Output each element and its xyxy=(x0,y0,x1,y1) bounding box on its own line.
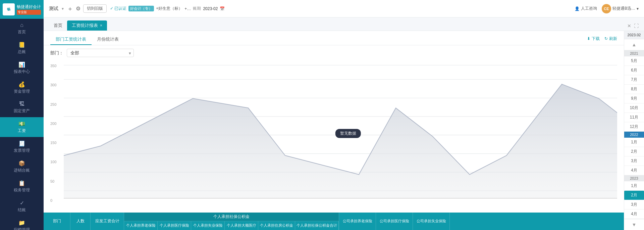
nav-icon-home: ⌂ xyxy=(20,22,23,28)
nav-icon-reports: 📊 xyxy=(18,61,25,68)
sidebar-item-reports[interactable]: 📊报表中心 xyxy=(0,58,44,78)
consultant-button[interactable]: 👤 人工咨询 xyxy=(575,6,597,11)
date-month-2023-2月[interactable]: 2月 xyxy=(624,191,644,200)
date-month-2021-5月[interactable]: 5月 xyxy=(624,56,644,66)
date-panel-header: 2023.02 xyxy=(624,31,644,39)
date-month-2023-4月[interactable]: 4月 xyxy=(624,210,644,219)
nav-icon-checkout: ✓ xyxy=(20,200,24,206)
date-panel: 2023.02 ▲ 20215月6月7月8月9月10月11月12月20221月2… xyxy=(624,31,644,230)
th-company-unemployment: 公司承担失业保险 xyxy=(413,213,450,230)
avatar: CE xyxy=(602,4,611,13)
sidebar-nav: ⌂首页📒总账📊报表中心💰资金管理🏗固定资产💵工资🧾发票管理📦进销台账📋税务管理✓… xyxy=(0,19,44,230)
th-total-salary: 应发工资合计 xyxy=(91,213,124,230)
sidebar-item-invoice[interactable]: 🧾发票管理 xyxy=(0,137,44,157)
date-month-2021-11月[interactable]: 11月 xyxy=(624,113,644,122)
nav-icon-salary: 💵 xyxy=(18,121,25,127)
date-month-2021-8月[interactable]: 8月 xyxy=(624,85,644,94)
topbar-status: ✓ 已认证 好会计（专） +好生意（标） +… 账期 2023-02 📅 xyxy=(110,6,225,11)
date-scroll-down-icon[interactable]: ▼ xyxy=(631,221,638,229)
nav-icon-assets: 🏗 xyxy=(19,101,24,107)
sidebar-item-home[interactable]: ⌂首页 xyxy=(0,19,44,38)
refresh-button[interactable]: ↻ 刷新 xyxy=(604,36,617,42)
logo-text-area: 畅捷通好会计 专业版 xyxy=(17,4,41,15)
switch-mode-button[interactable]: 切到旧版 xyxy=(83,4,107,13)
tab-home-label: 首页 xyxy=(54,22,62,29)
nav-label-checkout: 结账 xyxy=(18,207,26,213)
date-month-2021-10月[interactable]: 10月 xyxy=(624,103,644,113)
nav-icon-archive: 📁 xyxy=(18,220,25,226)
y-axis-label: 150 xyxy=(50,141,64,145)
date-year-2023: 2023 xyxy=(624,175,644,181)
logo-title: 畅捷通好会计 xyxy=(17,4,41,10)
sidebar-item-inventory[interactable]: 📦进销台账 xyxy=(0,157,44,177)
sidebar-item-tax[interactable]: 📋税务管理 xyxy=(0,177,44,196)
th-personal-unemployment: 个人承担失业保险 xyxy=(191,221,225,230)
topbar-chevron-icon[interactable]: ▾ xyxy=(62,6,64,11)
date-month-2022-1月[interactable]: 1月 xyxy=(624,138,644,147)
refresh-icon: ↻ xyxy=(604,36,608,41)
nav-icon-funds: 💰 xyxy=(18,81,25,88)
date-month-2022-4月[interactable]: 4月 xyxy=(624,166,644,175)
tab-salary-report[interactable]: 工资统计报表 × xyxy=(67,20,107,31)
date-scroll-up-icon[interactable]: ▲ xyxy=(631,41,638,49)
dept-filter-select[interactable]: 全部 部门一 部门二 xyxy=(67,49,134,57)
sidebar-item-salary[interactable]: 💵工资 xyxy=(0,117,44,137)
nav-label-salary: 工资 xyxy=(18,128,26,134)
topbar: 测试 ▾ ＋ ⚙ 切到旧版 ✓ 已认证 好会计（专） +好生意（标） +… 账期… xyxy=(44,0,644,17)
user-chevron-icon: ▾ xyxy=(637,6,639,11)
date-panel-value: 2023.02 xyxy=(628,33,641,37)
calendar-icon[interactable]: 📅 xyxy=(220,6,225,11)
nav-label-inventory: 进销台账 xyxy=(14,168,30,173)
chart-svg xyxy=(64,60,617,213)
user-menu[interactable]: CE 轻捷通B迅… ▾ xyxy=(602,4,639,13)
date-month-2021-7月[interactable]: 7月 xyxy=(624,75,644,85)
topbar-actions: ＋ ⚙ 切到旧版 xyxy=(67,4,107,13)
th-personal-medical: 个人承担医疗保险 xyxy=(158,221,191,230)
add-button[interactable]: ＋ xyxy=(67,5,73,13)
settings-icon[interactable]: ⚙ xyxy=(76,5,80,12)
subtab-dept[interactable]: 部门工资统计表 xyxy=(50,34,92,45)
date-month-2021-9月[interactable]: 9月 xyxy=(624,94,644,103)
nav-label-ledger: 总账 xyxy=(18,49,26,55)
sidebar-item-funds[interactable]: 💰资金管理 xyxy=(0,78,44,98)
date-year-2021: 2021 xyxy=(624,50,644,56)
nav-label-tax: 税务管理 xyxy=(14,187,30,193)
date-month-2021-6月[interactable]: 6月 xyxy=(624,66,644,75)
y-axis-label: 100 xyxy=(50,160,64,164)
th-personal-major-medical: 个人承担大额医疗 xyxy=(225,221,258,230)
subtab-month[interactable]: 月份统计表 xyxy=(92,34,124,45)
nav-icon-invoice: 🧾 xyxy=(18,140,25,147)
y-axis-label: 350 xyxy=(50,64,64,68)
sidebar-item-assets[interactable]: 🏗固定资产 xyxy=(0,98,44,117)
consultant-icon: 👤 xyxy=(575,6,580,11)
tab-close-icon[interactable]: × xyxy=(100,23,102,28)
panel-close-icon[interactable]: ✕ xyxy=(627,23,631,29)
y-axis-label: 0 xyxy=(50,198,64,202)
nav-icon-tax: 📋 xyxy=(18,180,25,186)
sidebar-item-ledger[interactable]: 📒总账 xyxy=(0,38,44,58)
subtab-actions: ⬇ 下载 ↻ 刷新 xyxy=(587,36,617,44)
date-panel-scroll: 20215月6月7月8月9月10月11月12月20221月2月3月4月20231… xyxy=(624,50,644,219)
nav-label-archive: 归档管理 xyxy=(14,227,30,230)
subtab-bar: 部门工资统计表 月份统计表 ⬇ 下载 ↻ 刷新 xyxy=(44,31,624,45)
topbar-right: 👤 人工咨询 CE 轻捷通B迅… ▾ xyxy=(575,4,639,13)
nav-label-reports: 报表中心 xyxy=(14,69,30,75)
th-company-medical: 公司承担医疗保险 xyxy=(376,213,413,230)
th-people: 人数 xyxy=(70,213,91,230)
tab-salary-label: 工资统计报表 xyxy=(72,22,98,29)
chart-svg-area: 暂无数据 xyxy=(64,60,617,213)
date-month-2022-3月[interactable]: 3月 xyxy=(624,156,644,166)
download-button[interactable]: ⬇ 下载 xyxy=(587,36,600,42)
date-month-2023-3月[interactable]: 3月 xyxy=(624,200,644,210)
sidebar-item-checkout[interactable]: ✓结账 xyxy=(0,196,44,216)
topbar-title: 测试 xyxy=(49,6,58,12)
nav-label-invoice: 发票管理 xyxy=(14,148,30,153)
date-month-2022-2月[interactable]: 2月 xyxy=(624,147,644,156)
date-month-2021-12月[interactable]: 12月 xyxy=(624,122,644,132)
tab-home[interactable]: 首页 xyxy=(49,20,67,31)
sidebar-item-archive[interactable]: 📁归档管理 xyxy=(0,216,44,230)
table-header: 部门 人数 应发工资合计 个人承担社保公积金 个人承担养老保险 个人承担医疗保险… xyxy=(44,213,624,230)
maximize-icon[interactable]: ⛶ xyxy=(634,23,639,29)
date-month-2023-1月[interactable]: 1月 xyxy=(624,181,644,191)
chart-wrap: 050100150200250300350 xyxy=(50,60,617,213)
